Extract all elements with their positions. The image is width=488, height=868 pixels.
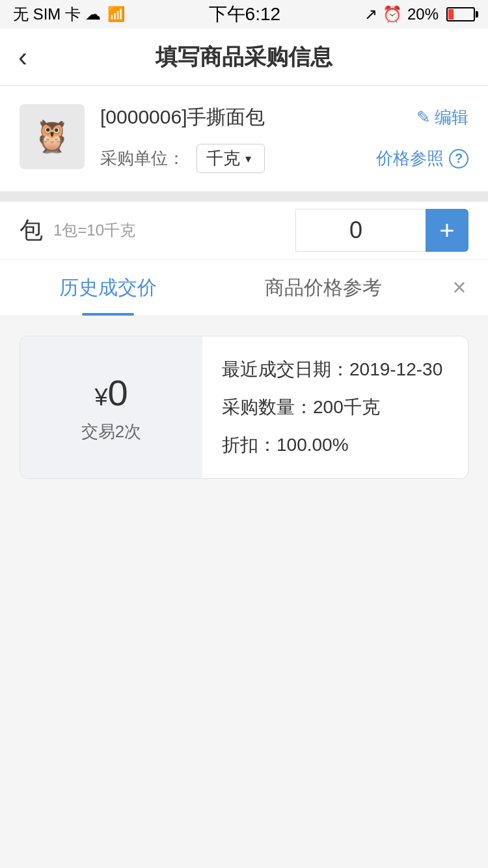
battery-icon [446, 7, 475, 21]
detail-discount-label: 折扣： [222, 435, 277, 455]
qty-unit-desc: 1包=10千克 [53, 220, 135, 241]
dropdown-arrow-icon: ▾ [245, 152, 251, 166]
nav-title: 填写商品采购信息 [156, 42, 332, 72]
price-ref-label: 价格参照 [376, 147, 444, 170]
product-thumbnail: 🦉 [20, 104, 85, 169]
history-price-value: ¥0 [94, 372, 128, 414]
tabs-bar: 历史成交价 商品价格参考 × [0, 259, 488, 316]
detail-discount-row: 折扣：100.00% [222, 431, 448, 459]
product-card: 🦉 [0000006]手撕面包 ✎ 编辑 采购单位： 千克 ▾ 价格参照 ? [0, 86, 488, 191]
unit-select[interactable]: 千克 ▾ [197, 144, 265, 173]
qty-plus-button[interactable]: + [426, 209, 468, 252]
tab-history-label: 历史成交价 [59, 275, 157, 301]
sim-text: 无 SIM 卡 ☁ [13, 4, 101, 25]
qty-label-area: 包 1包=10千克 [20, 215, 135, 247]
qty-input[interactable] [295, 209, 426, 252]
quantity-row: 包 1包=10千克 + [0, 202, 488, 259]
product-info: [0000006]手撕面包 ✎ 编辑 采购单位： 千克 ▾ 价格参照 ? [100, 104, 468, 173]
history-trade-count: 交易2次 [81, 420, 141, 443]
status-right: ↗ ⏰ 20% [364, 5, 475, 23]
location-icon: ↗ [364, 5, 377, 23]
status-bar: 无 SIM 卡 ☁ 📶 下午6:12 ↗ ⏰ 20% [0, 0, 488, 29]
detail-date-label: 最近成交日期： [222, 359, 349, 379]
edit-label: 编辑 [435, 106, 468, 129]
edit-icon: ✎ [416, 107, 431, 128]
qty-input-area: + [295, 209, 468, 252]
tab-history[interactable]: 历史成交价 [0, 260, 215, 316]
price-number: 0 [107, 372, 128, 413]
back-button[interactable]: ‹ [18, 42, 27, 73]
detail-date-row: 最近成交日期：2019-12-30 [222, 356, 448, 383]
tab-close-button[interactable]: × [431, 259, 488, 316]
gray-divider [0, 191, 488, 202]
product-image: 🦉 [33, 118, 72, 155]
alarm-icon: ⏰ [383, 5, 402, 23]
tab-product-price[interactable]: 商品价格参考 [215, 260, 431, 316]
battery-fill [448, 9, 454, 20]
status-time: 下午6:12 [209, 2, 281, 27]
nav-bar: ‹ 填写商品采购信息 [0, 29, 488, 86]
wifi-icon: 📶 [107, 6, 125, 23]
unit-label: 采购单位： [100, 148, 185, 168]
history-card: ¥0 交易2次 最近成交日期：2019-12-30 采购数量：200千克 折扣：… [20, 336, 468, 479]
history-details: 最近成交日期：2019-12-30 采购数量：200千克 折扣：100.00% [202, 336, 468, 478]
help-icon: ? [449, 149, 468, 169]
yen-symbol: ¥ [94, 384, 107, 411]
qty-unit-big: 包 [20, 215, 43, 247]
tab-content: ¥0 交易2次 最近成交日期：2019-12-30 采购数量：200千克 折扣：… [0, 316, 488, 576]
detail-date-value: 2019-12-30 [349, 359, 442, 379]
detail-qty-label: 采购数量： [222, 397, 313, 417]
tab-product-price-label: 商品价格参考 [265, 275, 382, 301]
detail-qty-value: 200千克 [313, 397, 380, 417]
status-left: 无 SIM 卡 ☁ 📶 [13, 4, 125, 25]
battery-pct: 20% [407, 5, 439, 23]
detail-qty-row: 采购数量：200千克 [222, 394, 448, 421]
product-unit-row: 采购单位： 千克 ▾ 价格参照 ? [100, 144, 468, 173]
product-name: [0000006]手撕面包 [100, 104, 265, 131]
unit-value: 千克 [206, 147, 240, 170]
edit-link[interactable]: ✎ 编辑 [416, 106, 468, 129]
history-price-area: ¥0 交易2次 [20, 336, 202, 478]
product-header: [0000006]手撕面包 ✎ 编辑 [100, 104, 468, 131]
unit-selector-area: 采购单位： 千克 ▾ [100, 144, 265, 173]
price-ref-link[interactable]: 价格参照 ? [376, 147, 468, 170]
detail-discount-value: 100.00% [277, 435, 349, 455]
